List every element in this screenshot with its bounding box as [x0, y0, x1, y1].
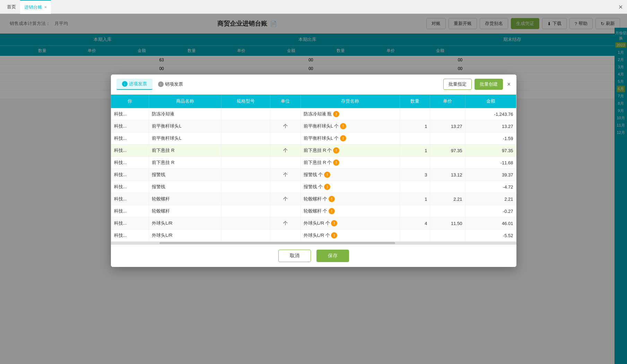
table-cell: 个	[270, 217, 301, 229]
table-cell	[221, 193, 270, 205]
warning-icon[interactable]: !	[333, 147, 339, 154]
inventory-cell: 前平衡杆球头L 个 !	[301, 120, 400, 132]
modal-table: 你 商品名称 规格型号 单位 存货名称 数量 单价 金额 科技...防冻冷却液防…	[111, 94, 516, 242]
modal-table-header-row: 你 商品名称 规格型号 单位 存货名称 数量 单价 金额	[111, 95, 516, 108]
table-cell: 39.37	[465, 169, 516, 181]
table-row: 科技...前下悬挂 R前下悬挂 R 个 !-11.68	[111, 157, 516, 169]
table-cell	[430, 229, 465, 242]
table-row: 科技...前平衡杆球头L个前平衡杆球头L 个 !113.2713.27	[111, 120, 516, 132]
table-cell: 个	[270, 169, 301, 181]
inventory-cell: 前平衡杆球头L 个 !	[301, 132, 400, 145]
table-cell	[400, 205, 430, 217]
table-cell: 科技...	[111, 229, 149, 242]
inventory-cell: 外球头L/R 个 !	[301, 217, 400, 229]
table-cell	[221, 229, 270, 242]
warning-icon[interactable]: !	[324, 172, 330, 178]
table-cell	[270, 229, 301, 242]
inventory-cell: 报警线 个 !	[301, 181, 400, 193]
table-cell	[270, 205, 301, 217]
warning-icon[interactable]: !	[329, 208, 335, 214]
table-cell: 科技...	[111, 169, 149, 181]
table-cell: 科技...	[111, 108, 149, 120]
horizontal-scrollbar[interactable]	[111, 242, 516, 244]
table-cell	[430, 205, 465, 217]
table-cell	[270, 157, 301, 169]
table-row: 科技...前下悬挂 R个前下悬挂 R 个 !197.3597.35	[111, 145, 516, 157]
tab-home[interactable]: 首页	[3, 0, 20, 14]
table-cell: 1	[400, 193, 430, 205]
table-cell: 科技...	[111, 120, 149, 132]
table-cell: 科技...	[111, 145, 149, 157]
scrollbar-thumb[interactable]	[159, 242, 395, 244]
table-row: 科技...前平衡杆球头L前平衡杆球头L 个 !-1.59	[111, 132, 516, 145]
modal-tab-inbound[interactable]: ↓ 进项发票	[116, 79, 153, 90]
table-cell	[221, 205, 270, 217]
table-cell: -4.72	[465, 181, 516, 193]
window-close-button[interactable]: ✕	[618, 3, 623, 10]
table-cell: 个	[270, 145, 301, 157]
table-cell: -5.52	[465, 229, 516, 242]
btn-batch-create[interactable]: 批量创建	[474, 79, 503, 90]
modal-close-button[interactable]: ×	[507, 81, 511, 87]
table-row: 科技...轮毂螺杆个轮毂螺杆 个 !12.212.21	[111, 193, 516, 205]
warning-icon[interactable]: !	[340, 135, 346, 141]
table-cell	[270, 181, 301, 193]
warning-icon[interactable]: !	[340, 123, 346, 129]
table-cell	[400, 229, 430, 242]
table-cell: 个	[270, 193, 301, 205]
btn-save[interactable]: 保存	[316, 250, 349, 262]
table-cell: 轮毂螺杆	[149, 193, 221, 205]
table-cell: 13.27	[465, 120, 516, 132]
table-cell: 报警线	[149, 169, 221, 181]
btn-batch-assign[interactable]: 批量指定	[443, 79, 472, 90]
table-cell: 3	[400, 169, 430, 181]
table-cell	[400, 132, 430, 145]
table-cell: 13.27	[430, 120, 465, 132]
table-cell	[221, 217, 270, 229]
inventory-cell: 轮毂螺杆 个 !	[301, 193, 400, 205]
table-row: 科技...外球头L/R个外球头L/R 个 !411.5046.01	[111, 217, 516, 229]
table-cell	[430, 132, 465, 145]
table-cell	[430, 157, 465, 169]
inventory-cell: 防冻冷却液 瓶 !	[301, 108, 400, 120]
modal-tab-outbound[interactable]: ↑ 销项发票	[153, 79, 189, 89]
warning-icon[interactable]: !	[324, 184, 330, 190]
table-cell: 轮毂螺杆	[149, 205, 221, 217]
btn-cancel[interactable]: 取消	[278, 250, 311, 262]
modal-dialog: ↓ 进项发票 ↑ 销项发票 批量指定 批量创建 × 你 商品名称 规格型号	[111, 75, 516, 267]
warning-icon[interactable]: !	[329, 196, 335, 202]
warning-icon[interactable]: !	[331, 232, 337, 239]
table-cell	[221, 181, 270, 193]
warning-icon[interactable]: !	[333, 111, 339, 117]
table-cell: 外球头L/R	[149, 217, 221, 229]
table-cell: 外球头L/R	[149, 229, 221, 242]
table-cell	[221, 157, 270, 169]
table-cell	[430, 108, 465, 120]
table-cell: 科技...	[111, 205, 149, 217]
tab-home-label: 首页	[7, 4, 16, 10]
warning-icon[interactable]: !	[333, 159, 339, 166]
inbound-tab-label: 进项发票	[129, 81, 147, 87]
inventory-cell: 前下悬挂 R 个 !	[301, 145, 400, 157]
table-cell: -1,243.76	[465, 108, 516, 120]
tab-ledger[interactable]: 进销台账 ×	[20, 0, 51, 14]
table-cell	[221, 132, 270, 145]
table-row: 科技...轮毂螺杆轮毂螺杆 个 !-0.27	[111, 205, 516, 217]
tab-bar: 首页 进销台账 × ✕	[0, 0, 627, 14]
table-row: 科技...报警线个报警线 个 !313.1239.37	[111, 169, 516, 181]
table-cell: 1	[400, 120, 430, 132]
col-header-product: 商品名称	[149, 95, 221, 108]
table-cell	[270, 132, 301, 145]
warning-icon[interactable]: !	[331, 220, 337, 226]
table-cell: 2.21	[465, 193, 516, 205]
modal-footer: 取消 保存	[111, 244, 516, 267]
inventory-cell: 前下悬挂 R 个 !	[301, 157, 400, 169]
col-header-amount: 金额	[465, 95, 516, 108]
table-cell	[221, 108, 270, 120]
tab-ledger-close[interactable]: ×	[44, 5, 47, 10]
table-cell: 科技...	[111, 193, 149, 205]
table-cell: -0.27	[465, 205, 516, 217]
table-cell: -11.68	[465, 157, 516, 169]
table-cell: 11.50	[430, 217, 465, 229]
table-cell: 报警线	[149, 181, 221, 193]
